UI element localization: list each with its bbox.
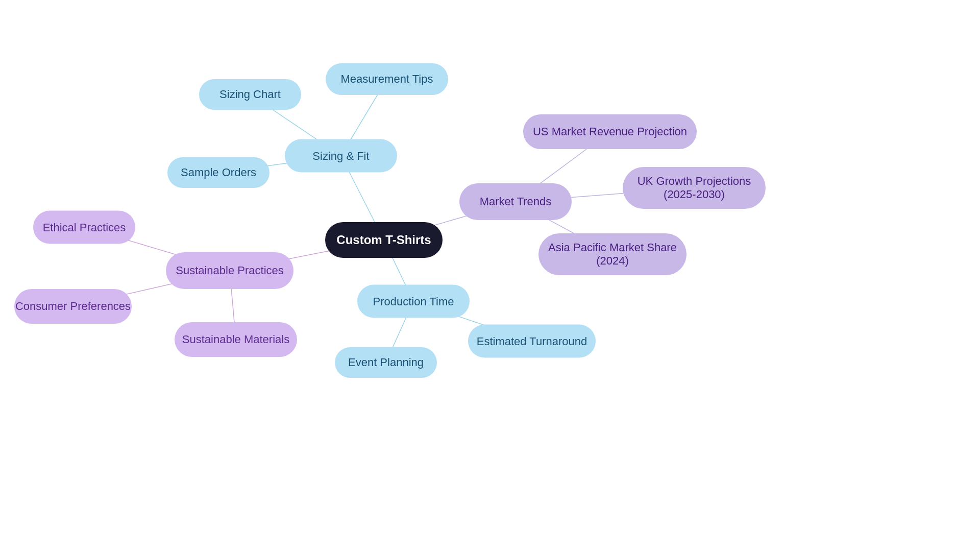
ethical-practices-node[interactable]: Ethical Practices <box>33 211 135 244</box>
sizing-fit-node[interactable]: Sizing & Fit <box>285 139 397 173</box>
sizing-chart-node[interactable]: Sizing Chart <box>199 79 301 110</box>
asia-pacific-node[interactable]: Asia Pacific Market Share (2024) <box>538 233 687 275</box>
us-market-node[interactable]: US Market Revenue Projection <box>523 114 697 149</box>
consumer-preferences-node[interactable]: Consumer Preferences <box>14 289 132 324</box>
mindmap-container: Custom T-Shirts Sizing & Fit Sizing Char… <box>0 0 980 553</box>
production-time-node[interactable]: Production Time <box>357 285 470 318</box>
estimated-turnaround-node[interactable]: Estimated Turnaround <box>468 325 596 358</box>
event-planning-node[interactable]: Event Planning <box>335 347 437 378</box>
connections-svg <box>0 0 980 553</box>
uk-growth-node[interactable]: UK Growth Projections (2025-2030) <box>623 167 766 209</box>
center-node[interactable]: Custom T-Shirts <box>325 222 443 258</box>
sample-orders-node[interactable]: Sample Orders <box>167 157 270 188</box>
sustainable-practices-node[interactable]: Sustainable Practices <box>166 252 293 289</box>
market-trends-node[interactable]: Market Trends <box>459 183 572 220</box>
sustainable-materials-node[interactable]: Sustainable Materials <box>175 322 297 357</box>
measurement-tips-node[interactable]: Measurement Tips <box>326 63 448 95</box>
